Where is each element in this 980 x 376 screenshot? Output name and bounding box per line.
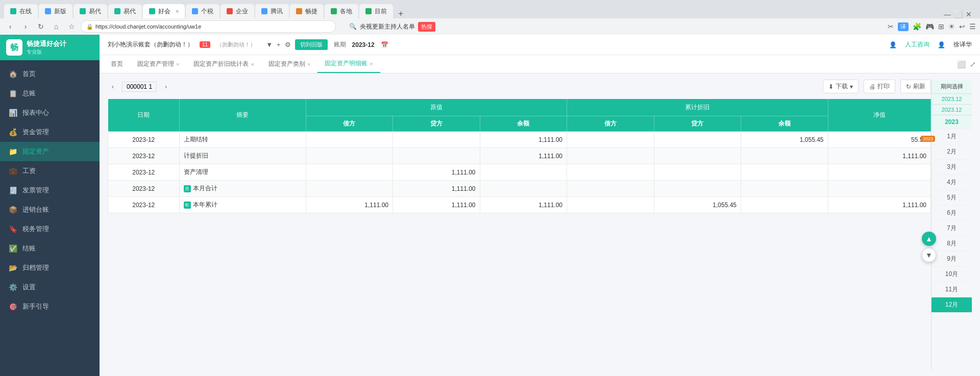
browser-tab-haokuai[interactable]: 好会 × — [143, 4, 185, 18]
month-item-4[interactable]: 4月 — [932, 175, 972, 190]
add-account-button[interactable]: + — [277, 41, 281, 48]
tab-close-icon[interactable]: × — [307, 61, 310, 67]
collapse-button[interactable]: ⬜ — [957, 60, 966, 68]
browser-tab-new[interactable]: 新版 — [39, 4, 72, 18]
url-text: https://cloud.chanjet.com/accounting/uw1… — [95, 23, 201, 30]
month-item-3[interactable]: 3月 — [932, 160, 972, 175]
sidebar-item-payroll[interactable]: 💼 工资 — [0, 161, 100, 181]
url-bar[interactable]: 🔒 https://cloud.chanjet.com/accounting/u… — [81, 20, 336, 33]
sidebar-item-label: 发票管理 — [22, 186, 49, 195]
window-close[interactable]: ✕ — [966, 10, 972, 18]
tab-asset-detail[interactable]: 固定资产明细账 × — [317, 55, 380, 73]
sidebar-item-home[interactable]: 🏠 首页 — [0, 64, 100, 84]
month-item-9[interactable]: 9月 — [932, 252, 972, 267]
sidebar-item-archive[interactable]: 📂 归档管理 — [0, 258, 100, 278]
expand-button[interactable]: ⤢ — [970, 60, 976, 68]
tab-depreciation-stats[interactable]: 固定资产折旧统计表 × — [186, 56, 261, 72]
prev-page-button[interactable]: ‹ — [108, 82, 118, 92]
sidebar-item-invoice[interactable]: 🧾 发票管理 — [0, 181, 100, 200]
logo-text: 畅 — [10, 42, 18, 53]
bookmark-button[interactable]: ☆ — [65, 20, 78, 33]
sidebar-item-settings[interactable]: ⚙️ 设置 — [0, 278, 100, 297]
support-label[interactable]: 人工咨询 — [905, 40, 929, 49]
menu-icon[interactable]: ☰ — [969, 22, 976, 31]
month-item-7[interactable]: 7月 — [932, 221, 972, 236]
inventory-icon: 📦 — [8, 205, 17, 214]
cell-net-value: 1,111.00 — [828, 197, 931, 213]
browser-tab-online[interactable]: 在线 — [4, 4, 38, 18]
month-item-1[interactable]: 1月 — [932, 129, 972, 144]
new-tab-button[interactable]: + — [394, 9, 407, 18]
window-minimize[interactable]: — — [944, 10, 951, 18]
translate-icon[interactable]: 译 — [898, 22, 909, 31]
tab-close-icon[interactable]: × — [251, 61, 254, 67]
cell-summary: 计提折旧 — [179, 148, 306, 164]
cell-date: 2023-12 — [108, 181, 180, 197]
browser-tab-muqian[interactable]: 目前 — [359, 4, 393, 18]
brightness-icon[interactable]: ☀ — [948, 22, 955, 31]
hot-search-badge[interactable]: 热搜 — [418, 22, 435, 32]
scissors-icon[interactable]: ✂ — [888, 22, 894, 31]
sidebar-item-label: 工资 — [22, 166, 36, 176]
browser-tab-gedi[interactable]: 各地 — [325, 4, 358, 18]
browser-tab-changjie[interactable]: 畅捷 — [290, 4, 324, 18]
month-item-6[interactable]: 6月 — [932, 206, 972, 221]
switch-version-button[interactable]: 切到旧版 — [295, 39, 328, 50]
invoice-icon: 🧾 — [8, 186, 17, 195]
scroll-down-button[interactable]: ▼ — [922, 248, 936, 262]
calendar-icon[interactable]: 📅 — [381, 41, 388, 48]
table-row: 2023-12 资产清理 1,111.00 — [108, 164, 931, 181]
month-item-10[interactable]: 10月 — [932, 267, 972, 282]
sidebar-item-reports[interactable]: 📊 报表中心 — [0, 103, 100, 122]
reload-button[interactable]: ↻ — [35, 20, 47, 33]
forward-button[interactable]: › — [19, 20, 32, 33]
home-button[interactable]: ⌂ — [50, 20, 62, 33]
window-maximize[interactable]: ⬜ — [954, 10, 963, 18]
tab-close-icon[interactable]: × — [176, 8, 179, 14]
sidebar-item-general-ledger[interactable]: 📋 总账 — [0, 84, 100, 103]
month-item-12[interactable]: 12月 — [932, 297, 972, 313]
month-item-5[interactable]: 5月 — [932, 190, 972, 206]
user-label[interactable]: 徐译华 — [953, 40, 972, 49]
browser-tab-geshui[interactable]: 个税 — [186, 4, 219, 18]
sidebar-item-tax[interactable]: 🔖 税务管理 — [0, 219, 100, 239]
next-page-button[interactable]: › — [161, 82, 171, 92]
grid-icon[interactable]: ⊞ — [938, 22, 944, 31]
cell-orig-balance: 1,111.00 — [480, 148, 567, 164]
sidebar-item-inventory[interactable]: 📦 进销台账 — [0, 200, 100, 219]
scroll-up-button[interactable]: ▲ — [922, 232, 936, 246]
back-button[interactable]: ‹ — [4, 20, 16, 33]
sidebar-nav: 🏠 首页 📋 总账 📊 报表中心 💰 资金管理 📁 固定资产 💼 工资 — [0, 60, 100, 376]
gamepad-icon[interactable]: 🎮 — [925, 22, 934, 31]
sidebar-item-fixed-assets[interactable]: 📁 固定资产 — [0, 142, 100, 161]
sidebar-title: 畅捷通好会计 — [27, 39, 66, 48]
year-item-2023[interactable]: 2023 — [932, 115, 972, 129]
download-button[interactable]: ⬇ 下载 ▾ — [823, 80, 859, 93]
support-icon: 👤 — [889, 41, 897, 48]
browser-tab-qiye[interactable]: 企业 — [220, 4, 254, 18]
month-item-11[interactable]: 11月 — [932, 282, 972, 297]
refresh-button[interactable]: ↻ 刷新 — [900, 80, 931, 93]
print-button[interactable]: 🖨 打印 — [864, 80, 895, 93]
cell-accum-credit — [654, 132, 741, 148]
undo-icon[interactable]: ↩ — [959, 22, 965, 31]
period-panel: 期间选择 2023.12 2023.12 2023 1月 2月 3月 4月 5月… — [931, 80, 972, 370]
month-item-8[interactable]: 8月 — [932, 236, 972, 252]
extension-icon[interactable]: 🧩 — [913, 22, 921, 31]
tab-label: 腾讯 — [271, 7, 283, 16]
dropdown-arrow[interactable]: ▼ — [266, 41, 273, 48]
tab-asset-category[interactable]: 固定资产类别 × — [261, 56, 317, 72]
settings-button[interactable]: ⚙ — [285, 41, 291, 48]
sidebar-item-closing[interactable]: ✅ 结账 — [0, 239, 100, 258]
sidebar-item-guide[interactable]: 🎯 新手引导 — [0, 297, 100, 316]
sidebar-item-funds[interactable]: 💰 资金管理 — [0, 122, 100, 142]
month-item-2[interactable]: 2月 — [932, 144, 972, 160]
tab-home[interactable]: 首页 — [104, 56, 130, 72]
table-row: 2023-12 月本月合计 1,111.00 — [108, 181, 931, 197]
tab-fixed-assets-mgmt[interactable]: 固定资产管理 × — [130, 56, 186, 72]
browser-tab-tencent[interactable]: 腾讯 — [255, 4, 289, 18]
tab-close-icon[interactable]: × — [176, 61, 179, 67]
tab-close-icon[interactable]: × — [370, 61, 373, 67]
browser-tab-yidai1[interactable]: 易代 — [74, 4, 107, 18]
browser-tab-yidai2[interactable]: 易代 — [108, 4, 142, 18]
